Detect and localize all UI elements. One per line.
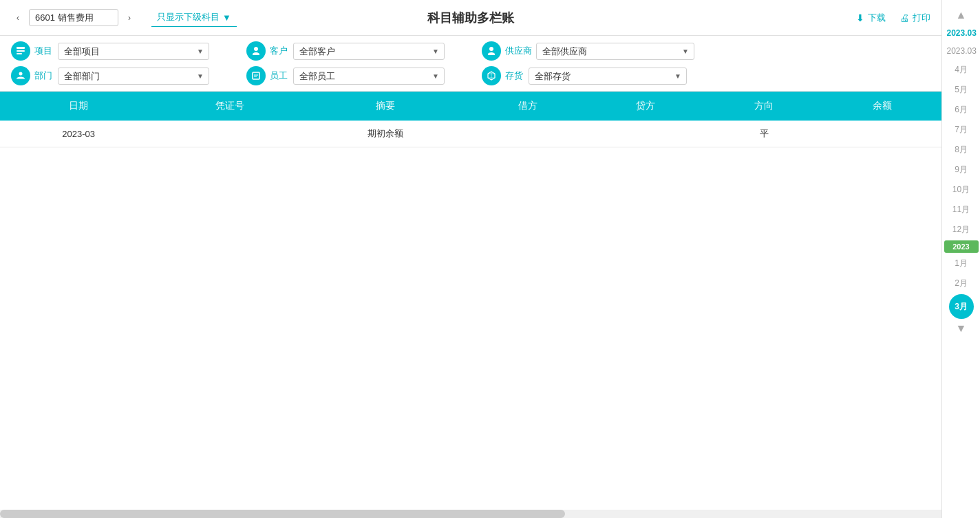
- sidebar-period-item-5[interactable]: 7月: [944, 121, 979, 139]
- sidebar-period-item-9[interactable]: 11月: [944, 200, 979, 219]
- scrollbar-thumb: [0, 510, 565, 518]
- sidebar-period-item-2[interactable]: 4月: [944, 61, 979, 79]
- main-container: × ‹ › 只显示下级科目 ▼ 科目辅助多栏账 ⬇ 下载 🖨: [0, 0, 980, 518]
- data-table: 日期 凭证号 摘要 借方 贷方 方向 余额 2023-03期初余额平: [0, 92, 941, 147]
- sidebar-period-item-12[interactable]: 1月: [944, 254, 979, 273]
- cell-voucher: [157, 121, 303, 147]
- employee-icon: [246, 66, 266, 85]
- svg-rect-0: [17, 47, 25, 49]
- employee-label: 员工: [270, 70, 289, 82]
- supplier-icon: [482, 41, 501, 61]
- customer-select-wrapper: 全部客户: [293, 43, 445, 60]
- table-header-row: 日期 凭证号 摘要 借方 贷方 方向 余额: [0, 92, 941, 121]
- cell-direction: 平: [705, 121, 823, 147]
- download-button[interactable]: ⬇ 下载: [856, 12, 886, 24]
- show-sub-label: 只显示下级科目: [157, 11, 220, 23]
- col-header-direction: 方向: [705, 92, 823, 121]
- sidebar-period-item-1[interactable]: 2023.03: [944, 43, 979, 59]
- filter-item-customer: 客户 全部客户: [246, 41, 445, 61]
- print-label: 打印: [913, 12, 930, 24]
- department-label: 部门: [34, 70, 54, 82]
- top-bar: ‹ › 只显示下级科目 ▼ 科目辅助多栏账 ⬇ 下载 🖨 打印: [0, 0, 941, 36]
- col-header-date: 日期: [0, 92, 157, 121]
- svg-rect-2: [17, 53, 22, 54]
- download-icon: ⬇: [856, 12, 864, 23]
- employee-select-wrapper: 全部员工: [293, 68, 445, 85]
- show-sub-button[interactable]: 只显示下级科目 ▼: [151, 8, 237, 27]
- svg-rect-1: [17, 50, 25, 52]
- chevron-down-icon: ▼: [222, 12, 231, 23]
- download-label: 下载: [868, 12, 886, 24]
- right-sidebar: ▲ 2023.032023.034月5月6月7月8月9月10月11月12月202…: [941, 0, 980, 518]
- cell-balance: [823, 121, 941, 147]
- supplier-label: 供应商: [505, 45, 532, 57]
- col-header-summary: 摘要: [303, 92, 469, 121]
- svg-rect-5: [253, 72, 259, 79]
- inventory-select[interactable]: 全部存货: [529, 68, 687, 85]
- account-input[interactable]: [29, 9, 118, 26]
- cell-credit: [587, 121, 705, 147]
- department-select[interactable]: 全部部门: [58, 68, 209, 85]
- cell-summary: 期初余额: [303, 121, 469, 147]
- sidebar-period-item-4[interactable]: 6月: [944, 101, 979, 119]
- svg-point-3: [489, 47, 493, 51]
- print-button[interactable]: 🖨 打印: [899, 12, 930, 24]
- project-label: 项目: [34, 45, 54, 57]
- department-icon: [11, 66, 30, 85]
- filter-item-employee: 员工 全部员工: [246, 66, 445, 85]
- project-select[interactable]: 全部项目: [58, 43, 209, 60]
- filter-row-1: 项目 全部项目 客户: [11, 41, 930, 61]
- sidebar-period-item-11[interactable]: 2023: [944, 240, 979, 253]
- project-select-wrapper: 全部项目: [58, 43, 209, 60]
- svg-point-4: [19, 72, 23, 76]
- next-nav-button[interactable]: ›: [122, 11, 136, 25]
- filter-row-2: 部门 全部部门 员工: [11, 66, 930, 85]
- content-area: ‹ › 只显示下级科目 ▼ 科目辅助多栏账 ⬇ 下载 🖨 打印: [0, 0, 980, 518]
- table-row[interactable]: 2023-03期初余额平: [0, 121, 941, 147]
- nav-area: ‹ › 只显示下级科目 ▼: [11, 8, 237, 27]
- prev-nav-button[interactable]: ‹: [11, 11, 25, 25]
- filter-item-supplier: 供应商 全部供应商: [482, 41, 694, 61]
- table-container: 日期 凭证号 摘要 借方 贷方 方向 余额 2023-03期初余额平: [0, 92, 941, 518]
- col-header-voucher: 凭证号: [157, 92, 303, 121]
- sidebar-period-item-10[interactable]: 12月: [944, 220, 979, 239]
- page-title: 科目辅助多栏账: [427, 10, 514, 26]
- sidebar-period-item-0[interactable]: 2023.03: [944, 25, 979, 41]
- supplier-select[interactable]: 全部供应商: [536, 43, 694, 60]
- filter-item-inventory: 存货 全部存货: [482, 66, 687, 85]
- employee-select[interactable]: 全部员工: [293, 68, 445, 85]
- sidebar-period-item-8[interactable]: 10月: [944, 180, 979, 199]
- department-select-wrapper: 全部部门: [58, 68, 209, 85]
- inventory-label: 存货: [505, 70, 524, 82]
- inventory-icon: [482, 66, 501, 85]
- customer-select[interactable]: 全部客户: [293, 43, 445, 60]
- cell-debit: [469, 121, 587, 147]
- inventory-select-wrapper: 全部存货: [529, 68, 687, 85]
- cell-date: 2023-03: [0, 121, 157, 147]
- customer-icon: [246, 41, 266, 61]
- sidebar-period-item-3[interactable]: 5月: [944, 81, 979, 99]
- customer-label: 客户: [270, 45, 289, 57]
- sidebar-down-button[interactable]: ▼: [952, 319, 971, 338]
- sidebar-period-item-6[interactable]: 8月: [944, 141, 979, 159]
- col-header-credit: 贷方: [587, 92, 705, 121]
- bottom-scrollbar[interactable]: [0, 510, 941, 518]
- print-icon: 🖨: [899, 12, 909, 23]
- filter-item-department: 部门 全部部门: [11, 66, 209, 85]
- sidebar-up-button[interactable]: ▲: [952, 6, 971, 25]
- sidebar-period-item-14[interactable]: 3月: [949, 294, 974, 319]
- col-header-balance: 余额: [823, 92, 941, 121]
- sidebar-period-item-13[interactable]: 2月: [944, 274, 979, 293]
- filter-item-project: 项目 全部项目: [11, 41, 209, 61]
- sidebar-period-item-7[interactable]: 9月: [944, 160, 979, 179]
- col-header-debit: 借方: [469, 92, 587, 121]
- project-icon: [11, 41, 30, 61]
- filter-bar: 项目 全部项目 客户: [0, 36, 941, 92]
- top-right-buttons: ⬇ 下载 🖨 打印: [856, 12, 930, 24]
- supplier-select-wrapper: 全部供应商: [536, 43, 694, 60]
